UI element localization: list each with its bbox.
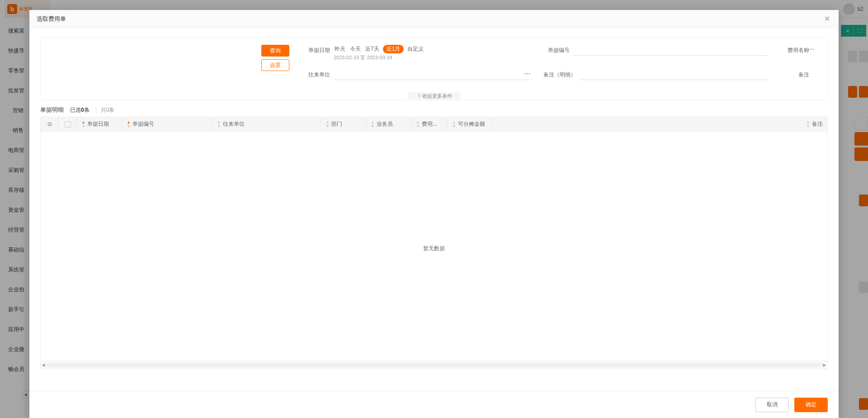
modal-body: 单据日期 昨天 今天 近7天 近1月 自定义 2023-02-18 至 2023… bbox=[29, 28, 839, 391]
col-dept[interactable]: 部门 bbox=[321, 117, 366, 131]
sort-icon bbox=[326, 120, 330, 128]
checkbox-icon bbox=[65, 121, 71, 128]
empty-state: 暂无数据 bbox=[41, 132, 827, 252]
col-remark-label: 备注 bbox=[812, 120, 823, 128]
filter-actions: 查询 设置 bbox=[59, 45, 289, 94]
collapse-label: 收起更多条件 bbox=[422, 93, 452, 100]
select-all-checkbox[interactable] bbox=[59, 117, 77, 131]
modal-header: 选取费用单 ✕ bbox=[29, 10, 839, 28]
date-shortcuts: 昨天 今天 近7天 近1月 自定义 bbox=[334, 45, 529, 53]
gear-icon bbox=[47, 121, 52, 128]
detail-selected-count: 0 bbox=[81, 107, 84, 113]
more-icon[interactable]: ··· bbox=[524, 70, 531, 77]
date-range-text: 2023-02-18 至 2023-03-18 bbox=[334, 54, 529, 61]
cancel-button[interactable]: 取消 bbox=[755, 398, 789, 412]
remark-detail-input[interactable] bbox=[580, 69, 769, 80]
collapse-bar: 《 收起更多条件 bbox=[59, 93, 809, 100]
partner-input[interactable] bbox=[334, 69, 529, 80]
docno-input[interactable] bbox=[573, 45, 769, 56]
confirm-button[interactable]: 确定 bbox=[794, 398, 828, 412]
more-icon[interactable]: ··· bbox=[808, 46, 815, 53]
col-dept-label: 部门 bbox=[331, 120, 342, 128]
filter-partner-label: 往来单位 bbox=[298, 69, 330, 79]
col-operator-label: 业务员 bbox=[377, 120, 393, 128]
detail-selected-suffix: 条 bbox=[84, 107, 90, 113]
col-docno-label: 单据编号 bbox=[132, 120, 154, 128]
col-operator[interactable]: 业务员 bbox=[366, 117, 411, 131]
col-fee[interactable]: 费用... bbox=[411, 117, 448, 131]
filter-date-label: 单据日期 bbox=[298, 45, 330, 54]
col-partner-label: 往来单位 bbox=[223, 120, 245, 128]
query-button[interactable]: 查询 bbox=[261, 45, 289, 57]
filter-docno: 单据编号 bbox=[538, 45, 769, 61]
filter-remark-detail-label: 备注（明细） bbox=[538, 69, 576, 79]
date-shortcut-last7[interactable]: 近7天 bbox=[364, 45, 380, 53]
sort-icon bbox=[371, 120, 375, 128]
chevron-up-icon: 《 bbox=[416, 93, 420, 99]
sort-icon bbox=[127, 120, 131, 128]
filter-feename: 费用名称 ··· bbox=[778, 45, 809, 61]
filter-feename-label: 费用名称 bbox=[778, 45, 809, 54]
col-alloc[interactable]: 可分摊金额 bbox=[448, 117, 493, 131]
table-head: 单据日期 单据编号 往来单位 部门 bbox=[41, 117, 827, 132]
filter-panel: 单据日期 昨天 今天 近7天 近1月 自定义 2023-02-18 至 2023… bbox=[40, 37, 828, 100]
filter-remark: 备注 bbox=[778, 69, 809, 86]
detail-title: 单据明细 bbox=[40, 106, 64, 114]
col-date-label: 单据日期 bbox=[87, 120, 109, 128]
filter-docno-label: 单据编号 bbox=[538, 45, 570, 54]
filter-date: 单据日期 昨天 今天 近7天 近1月 自定义 2023-02-18 至 2023… bbox=[298, 45, 529, 61]
filter-remark-label: 备注 bbox=[778, 69, 809, 79]
col-docno[interactable]: 单据编号 bbox=[122, 117, 212, 131]
sort-icon bbox=[416, 120, 420, 128]
col-remark[interactable]: 备注 bbox=[493, 117, 827, 131]
chevron-right-icon[interactable]: ▶ bbox=[823, 362, 826, 367]
collapse-button[interactable]: 《 收起更多条件 bbox=[408, 92, 460, 100]
col-fee-label: 费用... bbox=[422, 120, 437, 128]
scroll-track[interactable] bbox=[46, 363, 822, 367]
sort-icon bbox=[217, 120, 221, 128]
sort-icon bbox=[806, 120, 810, 128]
date-shortcut-custom[interactable]: 自定义 bbox=[406, 45, 425, 53]
col-date[interactable]: 单据日期 bbox=[77, 117, 122, 131]
date-shortcut-today[interactable]: 今天 bbox=[349, 45, 362, 53]
detail-selected: 已选0条 bbox=[70, 106, 90, 114]
sort-icon bbox=[452, 120, 456, 128]
table-settings-button[interactable] bbox=[41, 117, 59, 131]
date-shortcut-yesterday[interactable]: 昨天 bbox=[334, 45, 346, 53]
table-hscroll[interactable]: ◀ ▶ bbox=[41, 361, 827, 369]
filter-remark-detail: 备注（明细） bbox=[538, 69, 769, 86]
detail-selected-prefix: 已选 bbox=[70, 107, 81, 113]
modal-overlay: 选取费用单 ✕ 单据日期 昨天 今天 近7天 近1月 bbox=[0, 0, 868, 418]
date-shortcut-last1m[interactable]: 近1月 bbox=[383, 45, 404, 53]
detail-header: 单据明细 已选0条 共0条 bbox=[40, 106, 828, 114]
sort-icon bbox=[81, 120, 85, 128]
filter-partner: 往来单位 ··· bbox=[298, 69, 529, 86]
col-partner[interactable]: 往来单位 bbox=[212, 117, 321, 131]
modal-footer: 取消 确定 bbox=[29, 391, 839, 418]
detail-total: 共0条 bbox=[96, 106, 115, 114]
modal-title: 选取费用单 bbox=[37, 15, 66, 23]
close-icon[interactable]: ✕ bbox=[822, 14, 831, 24]
col-alloc-label: 可分摊金额 bbox=[458, 120, 485, 128]
detail-table: 单据日期 单据编号 往来单位 部门 bbox=[40, 117, 828, 369]
select-expense-modal: 选取费用单 ✕ 单据日期 昨天 今天 近7天 近1月 bbox=[29, 10, 839, 418]
settings-button[interactable]: 设置 bbox=[261, 59, 289, 71]
chevron-left-icon[interactable]: ◀ bbox=[42, 362, 45, 367]
